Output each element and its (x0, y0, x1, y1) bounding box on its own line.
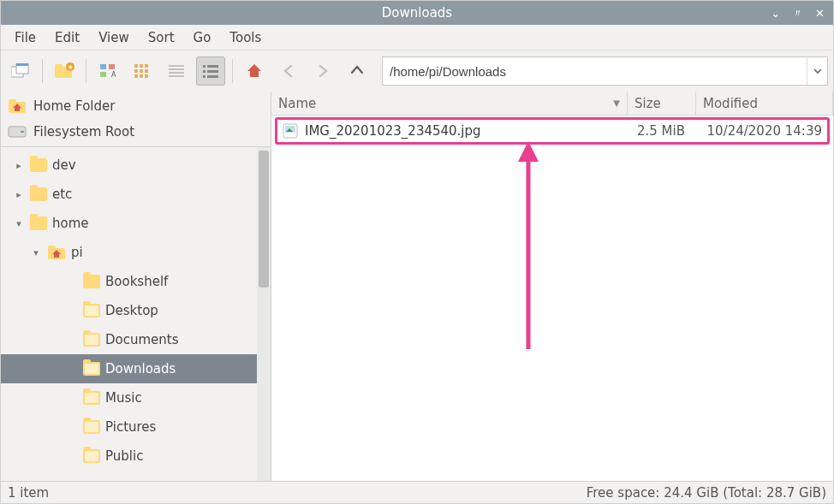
minimize-icon[interactable]: ⌄ (771, 8, 780, 19)
titlebar: Downloads ⌄ 〃 ✕ (1, 1, 833, 25)
svg-rect-21 (169, 68, 184, 70)
path-input[interactable] (383, 64, 807, 79)
status-items: 1 item (8, 485, 49, 501)
svg-rect-32 (9, 99, 16, 104)
tree-bookshelf[interactable]: Bookshelf (1, 267, 257, 296)
svg-rect-4 (55, 64, 63, 68)
tree-desktop[interactable]: Desktop (1, 296, 257, 325)
maximize-icon[interactable]: 〃 (792, 8, 803, 19)
svg-rect-23 (169, 75, 184, 77)
tree-scrollbar[interactable] (257, 147, 271, 481)
up-button[interactable] (343, 56, 372, 86)
view-details-button[interactable] (196, 56, 225, 86)
close-icon[interactable]: ✕ (815, 8, 825, 19)
svg-rect-17 (134, 74, 138, 78)
places-home[interactable]: Home Folder (1, 93, 271, 119)
thumb-view-icon (133, 62, 152, 80)
tree-documents[interactable]: Documents (1, 325, 257, 354)
documents-folder-icon (83, 333, 100, 347)
arrow-left-icon (280, 62, 297, 80)
tree-label: Bookshelf (105, 274, 168, 289)
separator (86, 59, 86, 83)
home-folder-icon (8, 98, 27, 114)
details-view-icon (201, 62, 220, 80)
collapse-icon[interactable]: ▾ (30, 247, 42, 258)
file-row[interactable]: IMG_20201023_234540.jpg 2.5 MiB 10/24/20… (275, 117, 830, 145)
svg-rect-29 (207, 75, 218, 78)
side-panel: Home Folder Filesystem Root ▸dev ▸etc ▾h… (1, 92, 271, 481)
menu-sort[interactable]: Sort (140, 27, 183, 49)
col-name-label: Name (278, 96, 316, 111)
places-list: Home Folder Filesystem Root (1, 92, 271, 147)
menu-go[interactable]: Go (185, 27, 220, 49)
tree-label: Documents (105, 332, 179, 347)
tree-music[interactable]: Music (1, 383, 257, 412)
svg-rect-13 (145, 64, 148, 68)
svg-rect-19 (145, 74, 148, 78)
new-tab-button[interactable] (6, 56, 35, 86)
tree-label: Public (105, 448, 143, 464)
statusbar: 1 item Free space: 24.4 GiB (Total: 28.7… (1, 481, 833, 503)
tree-label: pi (71, 245, 83, 260)
tree-downloads[interactable]: Downloads (1, 354, 257, 383)
expand-icon[interactable]: ▸ (13, 160, 25, 171)
svg-rect-18 (140, 74, 143, 78)
col-modified-header[interactable]: Modified (696, 92, 833, 115)
arrow-right-icon (314, 62, 331, 80)
tree-label: Pictures (105, 419, 156, 435)
svg-rect-8 (109, 64, 115, 69)
collapse-icon[interactable]: ▾ (13, 218, 25, 229)
disk-icon (8, 125, 27, 139)
folder-icon (30, 187, 47, 201)
home-icon (246, 62, 263, 80)
tree-dev[interactable]: ▸dev (1, 151, 257, 180)
home-button[interactable] (240, 56, 269, 86)
menu-view[interactable]: View (90, 27, 138, 49)
tree-label: etc (52, 187, 72, 202)
folder-icon (83, 275, 100, 288)
path-history-dropdown[interactable] (807, 57, 827, 85)
file-area[interactable]: IMG_20201023_234540.jpg 2.5 MiB 10/24/20… (271, 116, 833, 481)
file-name: IMG_20201023_234540.jpg (305, 123, 481, 139)
svg-marker-30 (247, 64, 261, 77)
tree-home[interactable]: ▾home (1, 209, 257, 238)
svg-text:A: A (111, 71, 116, 79)
view-thumb-button[interactable] (128, 56, 157, 86)
menu-tools[interactable]: Tools (221, 27, 270, 49)
tree-label: Music (105, 390, 142, 406)
tree-etc[interactable]: ▸etc (1, 180, 257, 209)
sort-indicator-icon: ▼ (613, 98, 620, 108)
back-button[interactable] (274, 56, 303, 86)
annotation-arrow-icon (511, 139, 545, 353)
forward-button[interactable] (308, 56, 337, 86)
svg-rect-2 (16, 63, 28, 66)
tree-pi[interactable]: ▾ pi (1, 238, 257, 267)
places-fsroot[interactable]: Filesystem Root (1, 119, 271, 145)
tree-pictures[interactable]: Pictures (1, 412, 257, 442)
tree-label: dev (52, 157, 76, 173)
expand-icon[interactable]: ▸ (13, 189, 25, 200)
svg-rect-22 (169, 72, 184, 74)
file-size-cell: 2.5 MiB (622, 123, 690, 139)
col-size-header[interactable]: Size (628, 92, 696, 115)
svg-text:★: ★ (67, 63, 73, 71)
file-list-panel: Name ▼ Size Modified IMG_20201023_234540… (271, 92, 833, 481)
menu-edit[interactable]: Edit (46, 27, 88, 49)
window-title: Downloads (382, 5, 452, 21)
main-split: Home Folder Filesystem Root ▸dev ▸etc ▾h… (1, 92, 833, 481)
menubar: File Edit View Sort Go Tools (1, 25, 833, 50)
menu-file[interactable]: File (6, 27, 45, 49)
dir-tree: ▸dev ▸etc ▾home ▾ pi Bookshelf Desktop D… (1, 147, 257, 481)
window-controls: ⌄ 〃 ✕ (771, 1, 825, 25)
new-folder-button[interactable]: ★ (50, 56, 79, 86)
public-folder-icon (83, 449, 100, 463)
tree-public[interactable]: Public (1, 442, 257, 471)
view-icons-button[interactable]: A (93, 56, 122, 86)
arrow-up-icon (348, 62, 366, 80)
svg-rect-28 (203, 75, 206, 78)
scrollbar-thumb[interactable] (259, 151, 269, 288)
view-compact-button[interactable] (162, 56, 191, 86)
image-file-icon (283, 123, 298, 139)
status-free-space: Free space: 24.4 GiB (Total: 28.7 GiB) (587, 485, 826, 501)
col-name-header[interactable]: Name ▼ (271, 92, 628, 115)
